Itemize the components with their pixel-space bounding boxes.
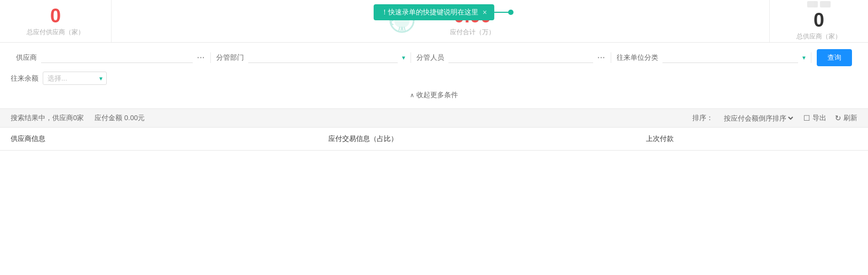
status-bar: 搜索结果中，供应商0家 应付金额 0.00元 排序： 按应付会额倒序排序 ☐ 导… — [0, 109, 868, 128]
table-col-last-payment: 上次付款 — [646, 134, 858, 144]
refresh-button[interactable]: ↻ 刷新 — [835, 113, 857, 123]
total-suppliers-stat: 0 总供应商（家） — [770, 0, 868, 42]
balance-label: 往来余额 — [11, 74, 38, 83]
payable-total-label: 应付合计（万） — [450, 28, 495, 37]
status-left: 搜索结果中，供应商0家 应付金额 0.00元 — [11, 113, 145, 123]
stats-bar: 0 总应付供应商（家） 0.00 应付合计（万） ！快速录单的快捷键说明在这里 … — [0, 0, 868, 43]
table-header: 供应商信息 应付交易信息（占比） 上次付款 — [0, 128, 868, 151]
department-input[interactable] — [248, 52, 398, 63]
sort-label: 排序： — [692, 113, 713, 123]
department-filter: 分管部门 ▾ — [211, 52, 411, 63]
department-dropdown-icon[interactable]: ▾ — [402, 54, 405, 61]
manager-input[interactable] — [448, 52, 593, 63]
filter-bar: 供应商 ··· 分管部门 ▾ 分管人员 ··· 往来单位分类 — [0, 43, 868, 109]
query-button[interactable]: 查询 — [817, 49, 852, 66]
department-input-wrap — [248, 52, 398, 63]
table-col-supplier-info: 供应商信息 — [11, 134, 328, 144]
table-col-payable-info: 应付交易信息（占比） — [328, 134, 646, 144]
payable-amount-text: 应付金额 0.00元 — [94, 113, 145, 123]
placeholder-icon — [807, 1, 831, 7]
export-button[interactable]: ☐ 导出 — [803, 113, 826, 123]
export-label: 导出 — [812, 113, 826, 123]
total-payable-suppliers-stat: 0 总应付供应商（家） — [0, 0, 112, 42]
export-icon: ☐ — [803, 114, 810, 122]
manager-more-button[interactable]: ··· — [597, 53, 605, 62]
unit-category-input-wrap — [662, 52, 798, 63]
collapse-chevron: ∧ — [410, 92, 414, 99]
filter-row-1: 供应商 ··· 分管部门 ▾ 分管人员 ··· 往来单位分类 — [11, 49, 857, 66]
total-payable-suppliers-label: 总应付供应商（家） — [27, 28, 84, 37]
supplier-input[interactable] — [41, 52, 193, 63]
sort-select[interactable]: 按应付会额倒序排序 — [722, 114, 795, 123]
collapse-btn-wrap: ∧ 收起更多条件 — [11, 90, 857, 104]
manager-filter: 分管人员 ··· — [411, 52, 611, 63]
status-right: 排序： 按应付会额倒序排序 ☐ 导出 ↻ 刷新 — [692, 113, 857, 123]
manager-label: 分管人员 — [416, 53, 444, 62]
tooltip-dot — [508, 10, 514, 15]
supplier-more-button[interactable]: ··· — [197, 53, 205, 62]
total-suppliers-number: 0 — [814, 10, 824, 31]
tooltip-close-button[interactable]: × — [483, 8, 487, 17]
table-body — [0, 151, 868, 275]
refresh-label: 刷新 — [843, 113, 857, 123]
balance-select-wrap: 选择... — [43, 72, 107, 85]
filter-row-2: 往来余额 选择... — [11, 72, 857, 85]
supplier-filter: 供应商 ··· — [11, 52, 211, 63]
unit-category-dropdown-icon[interactable]: ▾ — [802, 54, 806, 61]
tooltip-text: ！快速录单的快捷键说明在这里 — [381, 7, 478, 17]
balance-select[interactable]: 选择... — [43, 72, 107, 85]
refresh-icon: ↻ — [835, 114, 841, 122]
collapse-button[interactable]: ∧ 收起更多条件 — [410, 90, 458, 100]
unit-category-label: 往来单位分类 — [617, 53, 658, 62]
query-btn-wrap: 查询 — [811, 49, 857, 66]
shortcut-tooltip: ！快速录单的快捷键说明在这里 × — [374, 4, 494, 20]
manager-input-wrap — [448, 52, 593, 63]
unit-category-input[interactable] — [662, 52, 798, 63]
collapse-label: 收起更多条件 — [416, 90, 458, 100]
total-suppliers-label: 总供应商（家） — [796, 32, 841, 41]
supplier-input-wrap — [41, 52, 193, 63]
search-result-text: 搜索结果中，供应商0家 — [11, 113, 84, 123]
department-label: 分管部门 — [216, 53, 244, 62]
unit-category-filter: 往来单位分类 ▾ — [611, 52, 811, 63]
total-payable-suppliers-number: 0 — [50, 5, 61, 27]
supplier-label: 供应商 — [16, 53, 37, 62]
